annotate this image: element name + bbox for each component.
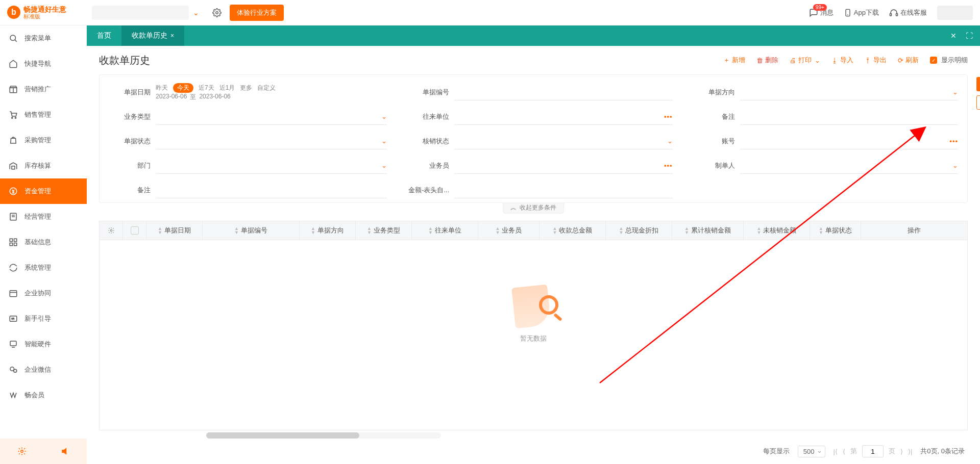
gear-icon: [108, 227, 115, 234]
svg-rect-4: [896, 13, 898, 16]
logo-mark-icon: b: [7, 6, 20, 19]
refresh-button[interactable]: ⟳刷新: [898, 56, 919, 65]
org-selector[interactable]: ⌄: [87, 6, 204, 20]
date-yesterday[interactable]: 昨天: [156, 84, 168, 92]
app-download-button[interactable]: App下载: [844, 8, 879, 17]
home-icon: [8, 59, 18, 69]
remark-input[interactable]: [740, 109, 958, 125]
phone-icon: [844, 8, 852, 17]
sort-icon: ▲▼: [819, 226, 823, 235]
sidebar-item-guide[interactable]: 新手引导: [0, 306, 87, 331]
date-more[interactable]: 更多: [240, 84, 252, 92]
collapse-filters-button[interactable]: ︽ 收起更多条件: [503, 202, 564, 214]
partner-lookup[interactable]: •••: [454, 109, 672, 125]
sidebar-item-purchase[interactable]: 采购管理: [0, 127, 87, 153]
svg-point-26: [14, 369, 17, 372]
footer-gear-icon[interactable]: [17, 447, 27, 456]
direction-select[interactable]: ⌄: [740, 84, 958, 100]
page-size-select[interactable]: 500: [798, 446, 825, 457]
sidebar-item-member[interactable]: 畅会员: [0, 382, 87, 408]
page-input[interactable]: [862, 445, 884, 457]
date-today[interactable]: 今天: [173, 83, 193, 93]
sidebar-item-quick-nav[interactable]: 快捷导航: [0, 51, 87, 76]
experience-button[interactable]: 体验行业方案: [230, 5, 284, 21]
sidebar-item-search-menu[interactable]: 搜索菜单: [0, 25, 87, 51]
sort-icon: ▲▼: [619, 226, 624, 235]
clerk-lookup[interactable]: •••: [454, 158, 672, 174]
col-clerk[interactable]: ▲▼业务员: [478, 221, 540, 240]
import-button[interactable]: ⭳导入: [831, 56, 853, 65]
brand-edition: 标准版: [23, 13, 66, 19]
svg-point-28: [110, 229, 112, 231]
select-all-checkbox[interactable]: [123, 221, 146, 240]
biz-type-select[interactable]: ⌄: [156, 109, 387, 125]
col-unverified[interactable]: ▲▼未核销金额: [744, 221, 810, 240]
sidebar: 搜索菜单 快捷导航 营销推广 销售管理 采购管理 库存核算 资金管理 经营管理 …: [0, 25, 87, 464]
user-avatar[interactable]: [937, 6, 973, 20]
tab-close-all-icon[interactable]: ✕: [950, 32, 957, 40]
sidebar-item-collab[interactable]: 企业协同: [0, 280, 87, 306]
messages-button[interactable]: 99+ 消息: [809, 8, 834, 17]
tab-receipt-history[interactable]: 收款单历史×: [121, 25, 184, 46]
account-lookup[interactable]: •••: [740, 133, 958, 149]
date-from[interactable]: 2023-06-06: [156, 93, 187, 101]
col-status[interactable]: ▲▼单据状态: [810, 221, 861, 240]
last-page-button[interactable]: ⟩|: [908, 448, 912, 455]
table-settings-button[interactable]: [100, 221, 123, 240]
col-verified[interactable]: ▲▼累计核销金额: [672, 221, 744, 240]
prev-page-button[interactable]: ⟨: [843, 448, 845, 455]
col-date[interactable]: ▲▼单据日期: [146, 221, 203, 240]
date-custom[interactable]: 自定义: [257, 84, 276, 92]
sidebar-item-system[interactable]: 系统管理: [0, 255, 87, 280]
sort-icon: ▲▼: [311, 226, 315, 235]
col-biz-type[interactable]: ▲▼业务类型: [356, 221, 412, 240]
tab-fullscreen-icon[interactable]: ⛶: [966, 32, 973, 40]
doc-status-select[interactable]: ⌄: [156, 133, 387, 149]
doc-no-input[interactable]: [454, 84, 672, 100]
show-detail-toggle[interactable]: ✓显示明细: [930, 56, 968, 65]
date-7d[interactable]: 近7天: [199, 84, 214, 92]
sidebar-item-funds[interactable]: 资金管理: [0, 178, 87, 204]
headset-icon: [889, 8, 898, 17]
add-button[interactable]: ＋新增: [723, 56, 745, 65]
verify-status-select[interactable]: ⌄: [454, 133, 672, 149]
filter-settings-button[interactable]: 设置: [976, 95, 980, 110]
delete-button[interactable]: 🗑删除: [756, 56, 778, 65]
export-button[interactable]: ⭱导出: [865, 56, 887, 65]
sidebar-item-wework[interactable]: 企业微信: [0, 357, 87, 382]
bag-icon: [8, 135, 18, 145]
col-total[interactable]: ▲▼收款总金额: [540, 221, 606, 240]
col-direction[interactable]: ▲▼单据方向: [300, 221, 356, 240]
dept-select[interactable]: ⌄: [156, 158, 387, 174]
sidebar-item-hardware[interactable]: 智能硬件: [0, 331, 87, 357]
warehouse-icon: [8, 161, 18, 171]
col-discount[interactable]: ▲▼总现金折扣: [606, 221, 672, 240]
col-doc-no[interactable]: ▲▼单据编号: [203, 221, 300, 240]
settings-icon[interactable]: [211, 7, 223, 18]
support-button[interactable]: 在线客服: [889, 8, 927, 17]
footer-sound-icon[interactable]: [61, 447, 70, 456]
sidebar-item-marketing[interactable]: 营销推广: [0, 76, 87, 102]
next-page-button[interactable]: ⟩: [900, 448, 903, 455]
close-icon[interactable]: ×: [170, 32, 174, 39]
sidebar-item-sales[interactable]: 销售管理: [0, 102, 87, 127]
tab-home[interactable]: 首页: [87, 25, 121, 46]
horizontal-scrollbar[interactable]: [206, 432, 441, 439]
remark2-input[interactable]: [156, 182, 387, 198]
sort-icon: ▲▼: [684, 226, 689, 235]
date-to[interactable]: 2023-06-06: [199, 93, 230, 101]
creator-select[interactable]: ⌄: [740, 158, 958, 174]
messages-badge: 99+: [813, 4, 827, 11]
first-page-button[interactable]: |⟨: [834, 448, 838, 455]
sidebar-item-basic-info[interactable]: 基础信息: [0, 229, 87, 255]
checkbox-checked-icon: ✓: [930, 57, 937, 64]
sidebar-item-inventory[interactable]: 库存核算: [0, 153, 87, 178]
amount-header-input[interactable]: [454, 182, 672, 198]
svg-rect-11: [12, 166, 15, 169]
sidebar-item-operations[interactable]: 经营管理: [0, 204, 87, 229]
col-partner[interactable]: ▲▼往来单位: [412, 221, 478, 240]
query-button[interactable]: 查询: [976, 77, 980, 91]
print-button[interactable]: 🖨打印⌄: [790, 56, 820, 65]
empty-state: 暂无数据: [505, 281, 561, 343]
date-1m[interactable]: 近1月: [219, 84, 235, 92]
